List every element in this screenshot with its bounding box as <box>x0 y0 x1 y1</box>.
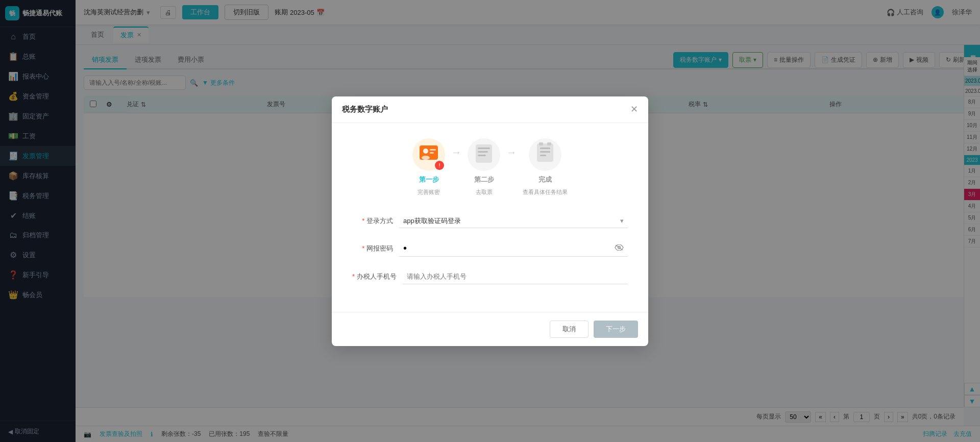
cancel-button[interactable]: 取消 <box>550 321 589 338</box>
svg-rect-10 <box>540 148 550 149</box>
svg-rect-8 <box>478 155 486 156</box>
eye-icon[interactable] <box>615 244 624 252</box>
login-method-value: app获取验证码登录 <box>403 216 620 226</box>
modal-header: 税务数字账户 ✕ <box>332 96 648 123</box>
step3-desc: 查看具体任务结果 <box>523 188 568 196</box>
password-input-wrap <box>399 240 628 257</box>
password-label: * 网报密码 <box>352 244 393 253</box>
step1-badge: ! <box>435 161 444 170</box>
modal-overlay: 税务数字账户 ✕ <box>0 0 980 442</box>
step-2: 第二步 去取票 <box>468 138 500 196</box>
phone-input-wrap <box>403 269 628 284</box>
svg-rect-7 <box>478 151 488 153</box>
next-button[interactable]: 下一步 <box>594 321 638 338</box>
steps-bar: ! 第一步 完善账密 → <box>352 138 628 196</box>
step-1: ! 第一步 完善账密 <box>412 138 445 196</box>
svg-point-1 <box>423 149 428 154</box>
modal-title: 税务数字账户 <box>342 105 388 114</box>
svg-rect-3 <box>430 152 434 154</box>
step1-desc: 完善账密 <box>418 188 440 196</box>
login-method-row: * 登录方式 app获取验证码登录 ▾ <box>352 214 628 228</box>
modal-close-button[interactable]: ✕ <box>630 105 638 114</box>
modal-footer: 取消 下一步 <box>332 312 648 346</box>
phone-row: * 办税人手机号 <box>352 269 628 284</box>
login-method-dropdown-icon[interactable]: ▾ <box>620 217 624 225</box>
phone-label: * 办税人手机号 <box>352 272 397 281</box>
modal-body: ! 第一步 完善账密 → <box>332 123 648 312</box>
svg-rect-11 <box>540 151 550 153</box>
step2-desc: 去取票 <box>476 188 493 196</box>
svg-rect-2 <box>430 149 436 151</box>
step3-icon <box>535 142 555 166</box>
svg-rect-5 <box>476 144 492 163</box>
step2-icon-wrap <box>468 138 500 171</box>
required-star: * <box>362 217 364 225</box>
svg-rect-6 <box>478 148 490 149</box>
arrow-1-2: → <box>445 146 468 158</box>
svg-rect-13 <box>539 142 543 145</box>
step-3: 完成 查看具体任务结果 <box>523 138 568 196</box>
required-star-phone: * <box>352 273 355 280</box>
tax-account-modal: 税务数字账户 ✕ <box>332 96 648 346</box>
required-star-pwd: * <box>362 244 364 252</box>
svg-point-4 <box>422 156 430 160</box>
step1-icon-wrap: ! <box>412 138 445 171</box>
login-method-label: * 登录方式 <box>352 216 393 226</box>
step3-icon-wrap <box>529 138 561 171</box>
arrow-2-3: → <box>500 146 523 158</box>
step3-label: 完成 <box>538 175 552 184</box>
svg-rect-12 <box>540 155 546 156</box>
step1-label: 第一步 <box>419 175 439 184</box>
step2-icon <box>474 142 494 166</box>
phone-input[interactable] <box>403 269 628 284</box>
password-row: * 网报密码 <box>352 240 628 257</box>
svg-rect-14 <box>547 142 551 145</box>
password-input[interactable] <box>399 240 628 256</box>
login-method-select-wrap: app获取验证码登录 ▾ <box>399 214 628 228</box>
step2-label: 第二步 <box>474 175 494 184</box>
